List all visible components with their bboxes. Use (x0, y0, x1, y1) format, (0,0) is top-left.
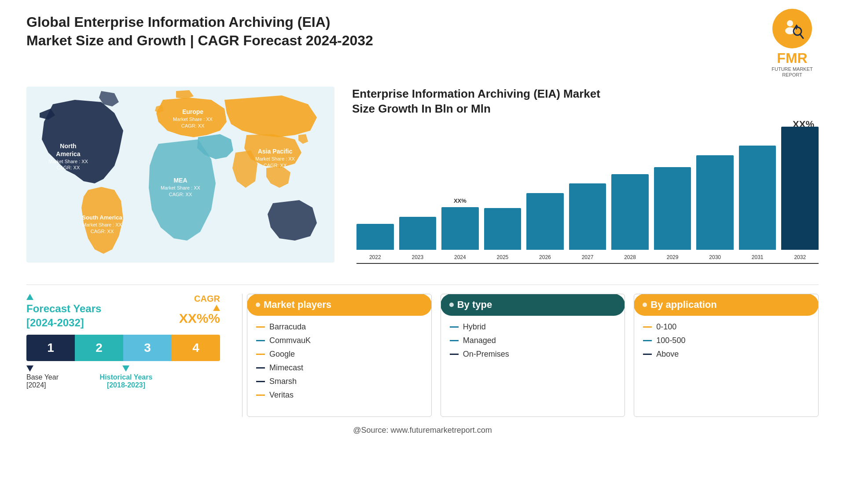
bar-label-2027: 2027 (582, 254, 594, 260)
bar-label-2032: 2032 (794, 254, 806, 260)
cat-dash-by-type-0 (450, 326, 459, 328)
svg-text:CAGR: XX: CAGR: XX (181, 123, 205, 128)
bar-2030 (696, 155, 734, 250)
logo-fmr: FMR (777, 50, 807, 66)
category-panels: Market playersBarracudaCommvauKGoogleMim… (247, 294, 819, 417)
svg-text:Europe: Europe (182, 108, 203, 115)
cat-dash-by-application-2 (643, 354, 652, 355)
cat-item-market-players-3: Mimecast (256, 363, 422, 373)
cat-body-by-type: HybridManagedOn-Premises (441, 315, 625, 370)
cat-item-by-type-2: On-Premises (450, 350, 616, 359)
bar-2025 (484, 208, 522, 250)
header: Global Enterprise Information Archiving … (26, 13, 819, 78)
bar-chart-area: 20222023XX%20242025202620272028202920302… (356, 123, 819, 264)
cat-item-text-market-players-2: Google (269, 350, 295, 359)
seg3-num: 3 (144, 341, 151, 355)
cat-header-market-players: Market players (247, 294, 432, 316)
chart-title: Enterprise Information Archiving (EIA) M… (352, 87, 625, 117)
svg-text:North: North (60, 142, 76, 150)
cat-dash-by-application-0 (643, 326, 652, 328)
cagr-value: XX%% (179, 311, 220, 326)
logo-circle (772, 9, 812, 48)
svg-text:CAGR: XX: CAGR: XX (57, 165, 80, 170)
cat-item-text-market-players-3: Mimecast (269, 363, 303, 373)
bar-label-2028: 2028 (624, 254, 636, 260)
svg-text:Market Share : XX: Market Share : XX (48, 159, 88, 164)
svg-text:CAGR: XX: CAGR: XX (91, 229, 114, 234)
chart-container: Enterprise Information Archiving (EIA) M… (352, 87, 819, 271)
top-section: North America Market Share : XX CAGR: XX… (26, 87, 819, 271)
bar-group-2032: 2032 (781, 127, 819, 250)
cat-header-by-type: By type (441, 294, 625, 316)
cat-item-text-market-players-5: Veritas (269, 391, 294, 400)
seg1-num: 1 (47, 341, 54, 355)
bar-2027 (569, 183, 606, 250)
forecast-label: Forecast Years[2024-2032] (26, 302, 101, 329)
timeline-bar: 1 2 3 4 (26, 335, 220, 361)
world-map-svg: North America Market Share : XX CAGR: XX… (26, 87, 334, 263)
bar-group-2024: XX%2024 (441, 207, 479, 250)
cat-item-text-by-application-2: Above (656, 350, 679, 359)
bar-label-2026: 2026 (539, 254, 551, 260)
cat-item-text-by-application-1: 100-500 (656, 336, 685, 345)
cat-body-by-application: 0-100100-500Above (634, 315, 818, 370)
historical-annotation: Historical Years[2018-2023] (100, 365, 153, 389)
timeline-seg-1: 1 (26, 335, 75, 361)
bar-label-2025: 2025 (497, 254, 509, 260)
svg-text:Market Share : XX: Market Share : XX (173, 117, 213, 122)
cat-item-by-application-1: 100-500 (643, 336, 809, 345)
cat-item-market-players-0: Barracuda (256, 322, 422, 332)
bar-group-2029: 2029 (654, 167, 691, 250)
svg-text:South America: South America (82, 214, 122, 221)
cagr-arrow-up (213, 305, 220, 311)
timeline-seg-3: 3 (123, 335, 172, 361)
cat-item-by-type-0: Hybrid (450, 322, 616, 332)
bar-2028 (611, 174, 649, 250)
svg-text:CAGR: XX: CAGR: XX (264, 163, 287, 168)
bar-group-2022: 2022 (356, 224, 394, 250)
bottom-section: Forecast Years[2024-2032] CAGR XX%% 1 2 … (26, 294, 819, 417)
vertical-divider (242, 294, 242, 417)
bar-2023 (399, 217, 437, 250)
cat-item-text-market-players-0: Barracuda (269, 322, 306, 332)
bar-group-2026: 2026 (526, 193, 564, 250)
cat-item-text-by-type-2: On-Premises (463, 350, 509, 359)
logo-area: FMR FUTURE MARKET REPORT (766, 9, 819, 78)
bar-label-2023: 2023 (411, 254, 423, 260)
cat-dash-market-players-1 (256, 340, 265, 341)
cat-dot-by-application (643, 303, 647, 307)
cat-dash-market-players-5 (256, 394, 265, 396)
cat-panel-by-application: By application0-100100-500Above (634, 294, 819, 417)
bar-label-2031: 2031 (752, 254, 764, 260)
bar-label-2029: 2029 (667, 254, 679, 260)
cat-dash-by-type-1 (450, 340, 459, 341)
bar-annotation-2024: XX% (454, 197, 467, 204)
cagr-word: CAGR (179, 294, 220, 304)
cat-item-market-players-5: Veritas (256, 391, 422, 400)
bar-2029 (654, 167, 691, 250)
bar-label-2030: 2030 (709, 254, 721, 260)
bar-group-2025: 2025 (484, 208, 522, 250)
cat-dash-market-players-4 (256, 381, 265, 382)
bar-2026 (526, 193, 564, 250)
cat-item-text-by-type-1: Managed (463, 336, 496, 345)
cat-item-market-players-2: Google (256, 350, 422, 359)
cat-dash-market-players-2 (256, 354, 265, 355)
historical-label: Historical Years[2018-2023] (100, 373, 153, 389)
section-divider (26, 285, 819, 285)
svg-text:Market Share : XX: Market Share : XX (255, 156, 295, 161)
bar-2024: XX% (441, 207, 479, 250)
bar-group-2030: 2030 (696, 155, 734, 250)
page-title: Global Enterprise Information Archiving … (26, 13, 378, 50)
forecast-arrow-up (26, 294, 33, 300)
bar-group-2028: 2028 (611, 174, 649, 250)
cat-item-by-application-0: 0-100 (643, 322, 809, 332)
svg-text:Market Share : XX: Market Share : XX (161, 185, 201, 190)
svg-point-1 (787, 20, 793, 26)
cat-item-by-application-2: Above (643, 350, 809, 359)
svg-text:Market Share : XX: Market Share : XX (82, 222, 122, 227)
base-year-arrow (26, 365, 33, 372)
cat-panel-by-type: By typeHybridManagedOn-Premises (441, 294, 625, 417)
bar-2032 (781, 127, 819, 250)
page: Global Enterprise Information Archiving … (0, 0, 845, 504)
